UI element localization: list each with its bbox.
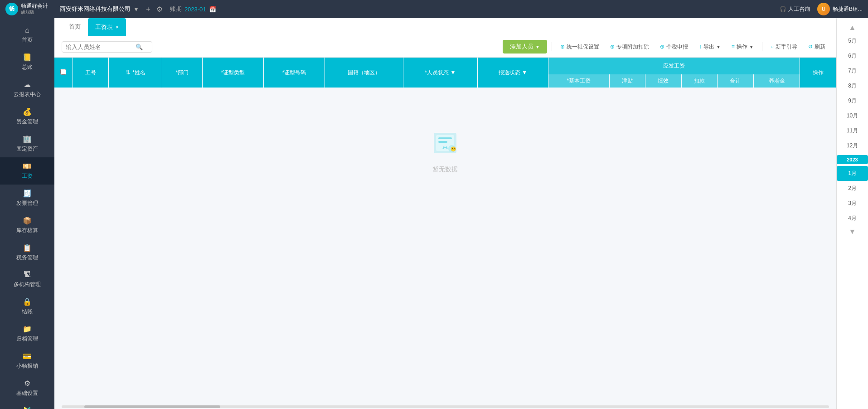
month-item-5[interactable]: 5月 [837,34,868,49]
home-icon: ⌂ [25,26,29,34]
empty-state: 😐 暂无数据 [54,88,836,210]
export-icon: ↑ [699,44,702,50]
period-value: 2023-01 [184,6,206,13]
dropdown-arrow-icon: ▼ [535,44,540,49]
sidebar-item-guide[interactable]: 🔰 新手引导 [0,402,54,409]
guide-toolbar-icon: ○ [771,44,774,50]
company-name: 西安虾米网络科技有限公司 [60,5,131,13]
top-bar: 畅 畅通好会计 旗舰版 西安虾米网络科技有限公司 ▼ ＋ ⚙ 账期 2023-0… [0,0,868,18]
month-item-10[interactable]: 10月 [837,108,868,123]
month-item-8[interactable]: 8月 [837,78,868,93]
col-emp-status: *人员状态 ▼ [403,58,478,88]
search-wrap[interactable]: 🔍 [62,41,152,53]
sidebar-label-cloud: 云报表中心 [14,91,41,98]
sidebar-item-fixed-assets[interactable]: 🏢 固定资产 [0,130,54,157]
search-input[interactable] [66,44,134,50]
month-item-7[interactable]: 7月 [837,63,868,78]
month-item-3[interactable]: 3月 [837,196,868,211]
operations-action[interactable]: ≡ 操作 ▼ [728,41,757,53]
calendar-icon[interactable]: 📅 [209,6,216,13]
scroll-thumb[interactable] [84,405,220,408]
svg-point-6 [443,146,445,148]
sidebar-item-archive[interactable]: 📁 归档管理 [0,320,54,347]
service-button[interactable]: 🎧 人工咨询 [780,5,810,13]
logo-sub: 旗舰版 [21,9,48,15]
col-wage-group: 应发工资 [548,58,800,74]
add-icon[interactable]: ＋ [145,5,152,14]
month-item-2[interactable]: 2月 [837,181,868,196]
sidebar-label-expense: 小畅报销 [16,362,38,370]
month-item-12[interactable]: 12月 [837,138,868,153]
add-person-button[interactable]: 添加人员 ▼ [503,40,547,54]
refresh-action[interactable]: ↺ 刷新 [805,41,829,53]
select-all-checkbox[interactable] [60,69,66,75]
right-panel: ▲ 5月 6月 7月 8月 9月 10月 11月 12月 2023 1月 2月 … [836,18,868,409]
svg-rect-3 [438,141,447,143]
sidebar-item-invoice[interactable]: 🧾 发票管理 [0,185,54,212]
cloud-icon: ☁ [24,80,31,89]
report-status-filter-icon[interactable]: ▼ [522,69,527,76]
svg-text:😐: 😐 [451,146,456,152]
headset-icon: 🎧 [780,6,786,12]
sidebar-item-home[interactable]: ⌂ 首页 [0,22,54,49]
month-item-4[interactable]: 4月 [837,211,868,226]
tab-salary-table[interactable]: 工资表 × [88,18,126,36]
sidebar-item-salary[interactable]: 💴 工资 [0,157,54,185]
tab-salary-label: 工资表 [95,23,113,31]
empty-text: 暂无数据 [432,166,458,174]
export-action[interactable]: ↑ 导出 ▼ [695,41,724,53]
special-deduct-icon: ⊕ [610,44,615,50]
table-header-row: 工号 ⇅ *姓名 *部门 *证型类型 *证型号码 国籍（地区） *人员状态 ▼ [54,58,836,74]
sidebar-item-inventory[interactable]: 📦 库存核算 [0,212,54,239]
panel-up-arrow[interactable]: ▲ [847,22,858,34]
fund-icon: 💰 [23,107,32,116]
topbar-actions: ＋ ⚙ [145,5,163,14]
archive-icon: 📁 [23,325,32,333]
social-security-icon: ⊕ [560,44,565,50]
settings-icon[interactable]: ⚙ [156,5,163,14]
divider-2 [762,42,762,51]
assets-icon: 🏢 [23,135,32,143]
svg-rect-2 [438,137,452,139]
sidebar-label-archive: 归档管理 [16,335,38,343]
user-name: 畅捷通B组... [833,5,863,13]
sidebar-item-tax[interactable]: 📋 税务管理 [0,239,54,266]
tab-close-icon[interactable]: × [116,24,119,30]
sidebar-item-settings[interactable]: ⚙ 基础设置 [0,375,54,402]
guide-action[interactable]: ○ 新手引导 [767,41,801,53]
month-item-11[interactable]: 11月 [837,123,868,138]
sidebar-item-ledger[interactable]: 📒 总账 [0,49,54,76]
sidebar-label-fund: 资金管理 [16,118,38,126]
refresh-icon: ↺ [808,44,813,50]
svg-point-7 [446,146,447,148]
multi-org-icon: 🏗 [24,271,31,279]
social-security-action[interactable]: ⊕ 统一社保设置 [557,41,603,53]
salary-table: 工号 ⇅ *姓名 *部门 *证型类型 *证型号码 国籍（地区） *人员状态 ▼ [54,58,836,210]
tab-home[interactable]: 首页 [62,18,88,36]
col-subsidy: 津贴 [609,74,645,88]
panel-down-arrow[interactable]: ▼ [847,226,858,238]
emp-status-filter-icon[interactable]: ▼ [450,69,456,76]
sidebar-label-assets: 固定资产 [16,145,38,153]
personal-tax-action[interactable]: ⊕ 个税申报 [656,41,692,53]
sidebar-item-expense[interactable]: 💳 小畅报销 [0,347,54,375]
period-display: 账期 2023-01 📅 [170,5,216,13]
sidebar-item-fund[interactable]: 💰 资金管理 [0,103,54,130]
sidebar-label-home: 首页 [22,36,33,44]
settings-nav-icon: ⚙ [24,379,30,388]
expense-icon: 💳 [23,352,32,360]
month-item-6[interactable]: 6月 [837,49,868,63]
operations-chevron-icon: ▼ [749,44,754,49]
sidebar-label-salary: 工资 [22,172,33,180]
user-area[interactable]: U 畅捷通B组... [817,3,863,15]
special-deduct-action[interactable]: ⊕ 专项附加扣除 [606,41,653,53]
sidebar-item-cloud-report[interactable]: ☁ 云报表中心 [0,76,54,103]
horizontal-scrollbar[interactable] [54,404,836,409]
col-performance: 绩效 [645,74,681,88]
sidebar-item-close[interactable]: 🔒 结账 [0,293,54,320]
sidebar-label-tax: 税务管理 [16,254,38,262]
sidebar-item-multi-org[interactable]: 🏗 多机构管理 [0,266,54,293]
company-selector[interactable]: 西安虾米网络科技有限公司 ▼ [60,5,139,13]
month-item-9[interactable]: 9月 [837,93,868,108]
month-item-1[interactable]: 1月 [837,166,868,181]
